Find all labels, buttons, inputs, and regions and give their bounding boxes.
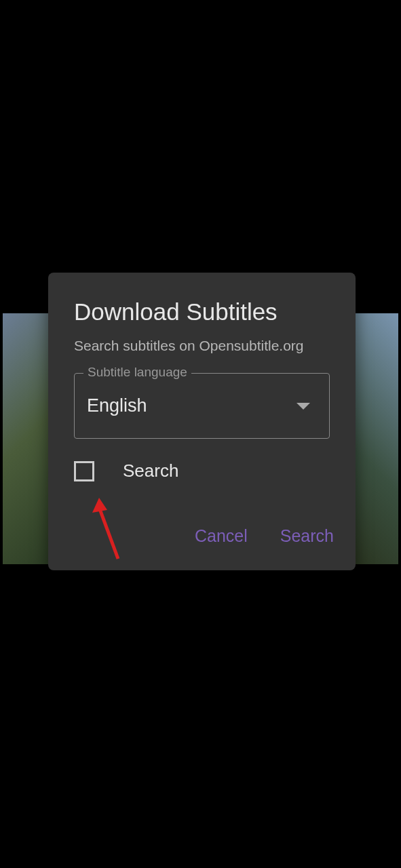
language-select[interactable]: English: [74, 373, 330, 439]
video-bg-right: [352, 313, 398, 564]
cancel-button[interactable]: Cancel: [192, 521, 250, 551]
dialog-title: Download Subtitles: [48, 298, 356, 326]
search-button[interactable]: Search: [278, 521, 337, 551]
chevron-down-icon: [297, 403, 310, 410]
video-bg-left: [3, 313, 49, 564]
search-checkbox[interactable]: [74, 461, 94, 481]
language-select-label: Subtitle language: [83, 365, 191, 380]
language-select-value: English: [87, 395, 147, 416]
search-checkbox-label: Search: [123, 460, 178, 481]
dialog-subtitle: Search subtitles on Opensubtitle.org: [48, 338, 356, 354]
language-select-container: Subtitle language English: [74, 373, 330, 439]
search-checkbox-row[interactable]: Search: [48, 460, 356, 481]
dialog-actions: Cancel Search: [48, 521, 356, 551]
download-subtitles-dialog: Download Subtitles Search subtitles on O…: [48, 273, 356, 570]
